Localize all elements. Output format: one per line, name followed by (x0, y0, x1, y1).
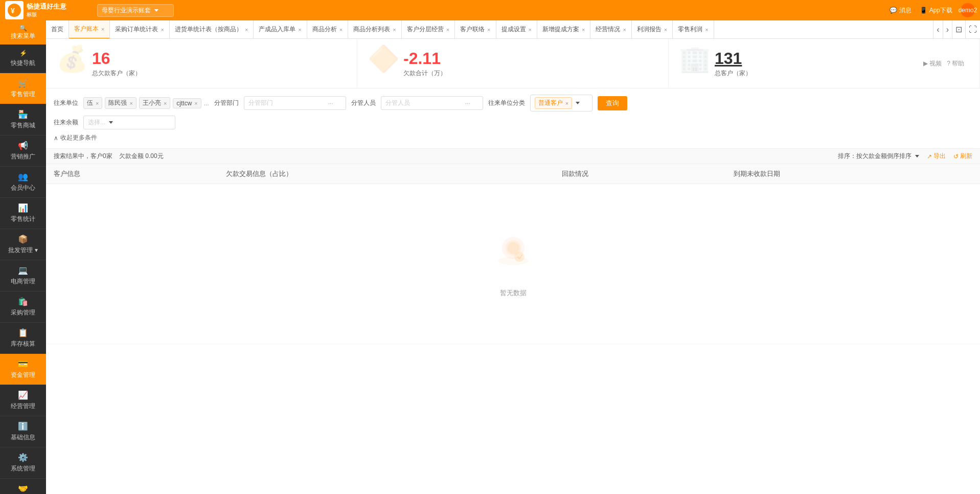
tab-12[interactable]: 利润报告× (632, 20, 673, 39)
unit-label: 往来单位 (54, 99, 78, 107)
tab-9[interactable]: 提成设置× (496, 20, 537, 39)
empty-icon (493, 230, 534, 281)
remove-tag-wang[interactable]: × (164, 100, 167, 106)
tab-close-2[interactable]: × (161, 27, 164, 33)
sidebar-item-12[interactable]: ⚙️ 系统管理 (0, 447, 46, 479)
sidebar-item-11[interactable]: ℹ️ 基础信息 (0, 416, 46, 447)
sidebar-label-3: 会员中心 (11, 184, 35, 192)
video-action[interactable]: ▶ 视频 (923, 59, 942, 68)
unit-class-select[interactable]: 普通客户 × (530, 95, 592, 111)
sidebar-label-2: 营销推广 (11, 152, 35, 161)
sidebar-item-1[interactable]: 🏪 零售商城 (0, 104, 46, 136)
sidebar-item-9[interactable]: 💳 资金管理 (0, 354, 46, 385)
sidebar-label-8: 库存核算 (11, 340, 35, 348)
person-select[interactable]: 分管人员 ··· (381, 96, 483, 110)
sidebar-item-13[interactable]: 🤝 企业协同 (0, 479, 46, 494)
message-icon: 💬 (890, 7, 897, 14)
sidebar-search[interactable]: 🔍 搜索菜单 (0, 20, 46, 44)
sidebar-label-7: 采购管理 (11, 308, 35, 317)
sidebar-item-6[interactable]: 💻 电商管理 (0, 260, 46, 291)
sidebar-icon-13: 🤝 (18, 484, 28, 493)
tab-label-0: 首页 (51, 25, 63, 34)
col-customer: 客户信息 (46, 164, 218, 184)
filter-more-button[interactable]: ... (204, 100, 209, 107)
tab-11[interactable]: 经营情况× (590, 20, 631, 39)
tab-2[interactable]: 采购订单统计表× (110, 20, 169, 39)
tab-6[interactable]: 商品分析列表× (348, 20, 401, 39)
sidebar-item-7[interactable]: 🛍️ 采购管理 (0, 291, 46, 323)
tab-1[interactable]: 客户账本× (69, 20, 110, 39)
tab-0[interactable]: 首页 (46, 20, 69, 39)
tab-5[interactable]: 商品分析× (307, 20, 348, 39)
sidebar-label-6: 电商管理 (11, 277, 35, 286)
dept-select[interactable]: 分管部门 ··· (244, 96, 346, 110)
sort-chevron-icon (915, 155, 919, 158)
refresh-button[interactable]: ↺ 刷新 (953, 152, 972, 161)
tab-close-13[interactable]: × (705, 27, 708, 33)
tab-8[interactable]: 客户联络× (455, 20, 496, 39)
tab-13[interactable]: 零售利润× (673, 20, 714, 39)
tab-3[interactable]: 进货单统计表（按商品）× (170, 20, 254, 39)
tab-close-5[interactable]: × (339, 27, 343, 33)
tab-next-button[interactable]: › (943, 20, 952, 39)
stat-info-3: 131 总客户（家） (715, 49, 751, 78)
tab-fullscreen-button[interactable]: ⛶ (965, 20, 980, 39)
remainder-label: 往来余额 (54, 118, 78, 127)
tab-close-4[interactable]: × (298, 27, 301, 33)
tab-prev-button[interactable]: ‹ (933, 20, 942, 39)
tab-4[interactable]: 产成品入库单× (254, 20, 307, 39)
tab-10[interactable]: 新增提成方案× (537, 20, 590, 39)
sidebar-icon-10: 📈 (18, 390, 28, 400)
avatar[interactable]: demo2 (961, 3, 975, 17)
dept-label: 分管部门 (214, 99, 239, 107)
filter-tag-cjttcw: cjttcw × (173, 98, 201, 108)
remove-unit-class[interactable]: × (565, 100, 568, 106)
tab-close-10[interactable]: × (582, 27, 585, 33)
sort-select[interactable]: 排序：按欠款金额倒序排序 (838, 152, 919, 161)
filter-tag-wang: 王小亮 × (139, 97, 170, 109)
logo-sub: 标版 (27, 11, 66, 18)
search-button[interactable]: 查询 (598, 96, 627, 110)
tab-label-6: 商品分析列表 (353, 25, 390, 34)
tab-close-12[interactable]: × (664, 27, 667, 33)
remove-tag-cjttcw[interactable]: × (194, 100, 197, 106)
remainder-select[interactable]: 选择... (83, 116, 175, 129)
tab-close-7[interactable]: × (446, 27, 449, 33)
sidebar-item-4[interactable]: 📊 零售统计 (0, 198, 46, 229)
collapse-container: ∧ 收起更多条件 (54, 133, 972, 142)
sidebar-item-8[interactable]: 📋 库存核算 (0, 323, 46, 354)
tab-close-1[interactable]: × (101, 26, 104, 32)
person-dots: ··· (465, 100, 470, 107)
stat-card-customers: 💰 16 总欠款客户（家） (46, 39, 357, 88)
top-bar: ¥ 畅捷通好生意 标版 母婴行业演示账套 💬 消息 📱 App下载 demo2 (0, 0, 980, 20)
col-debt: 欠款交易信息（占比） (218, 164, 554, 184)
sidebar-icon-5: 📦 (18, 234, 28, 244)
account-selector[interactable]: 母婴行业演示账套 (97, 4, 174, 17)
tab-close-11[interactable]: × (623, 27, 626, 33)
help-action[interactable]: ? 帮助 (947, 59, 964, 68)
message-button[interactable]: 💬 消息 (890, 6, 911, 15)
empty-text: 暂无数据 (500, 288, 527, 298)
tab-close-6[interactable]: × (393, 27, 396, 33)
sidebar-item-0[interactable]: 🛒 零售管理 (0, 73, 46, 104)
tab-close-8[interactable]: × (487, 27, 490, 33)
remove-tag-chen[interactable]: × (129, 100, 132, 106)
tab-close-3[interactable]: × (245, 27, 248, 33)
sidebar-quick-nav[interactable]: ⚡ 快捷导航 (0, 44, 46, 73)
collapse-button[interactable]: ∧ 收起更多条件 (54, 133, 97, 142)
sidebar-item-2[interactable]: 📢 营销推广 (0, 136, 46, 167)
tab-label-5: 商品分析 (312, 25, 337, 34)
video-icon: ▶ (923, 60, 928, 67)
tab-close-9[interactable]: × (529, 27, 532, 33)
sidebar-item-3[interactable]: 👥 会员中心 (0, 167, 46, 198)
sidebar-icon-11: ℹ️ (18, 421, 28, 431)
export-button[interactable]: ↗ 导出 (927, 152, 946, 161)
app-download-button[interactable]: 📱 App下载 (920, 6, 952, 15)
stats-row: 💰 16 总欠款客户（家） 🔶 -2.11 欠款合计（万） (46, 39, 980, 88)
tab-collapse-button[interactable]: ⊡ (952, 20, 965, 39)
remove-tag-wu[interactable]: × (96, 100, 99, 106)
tab-7[interactable]: 客户分层经营× (402, 20, 455, 39)
sidebar-item-10[interactable]: 📈 经营管理 (0, 385, 46, 416)
sidebar-item-5[interactable]: 📦 批发管理 ▾ (0, 229, 46, 260)
nav-icon: ⚡ (19, 50, 27, 57)
